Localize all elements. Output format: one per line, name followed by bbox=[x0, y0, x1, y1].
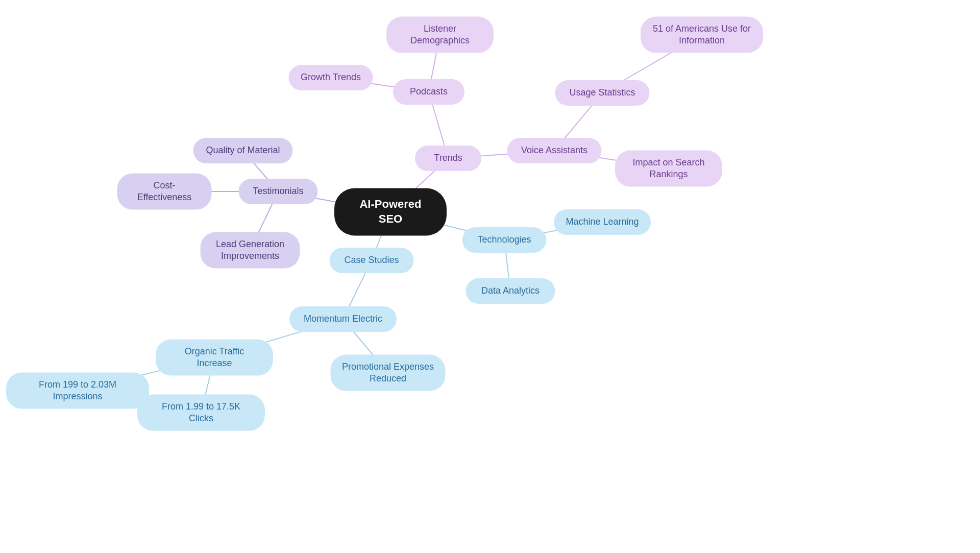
node-promotional_expenses[interactable]: Promotional Expenses Reduced bbox=[331, 355, 446, 391]
node-listener_demographics[interactable]: Listener Demographics bbox=[386, 17, 494, 53]
node-case_studies[interactable]: Case Studies bbox=[330, 248, 414, 273]
node-growth_trends[interactable]: Growth Trends bbox=[289, 65, 373, 90]
node-center[interactable]: AI-Powered SEO bbox=[334, 188, 447, 235]
node-technologies[interactable]: Technologies bbox=[462, 227, 547, 253]
node-organic_traffic[interactable]: Organic Traffic Increase bbox=[156, 340, 273, 376]
mind-map: AI-Powered SEOTrendsPodcastsListener Dem… bbox=[0, 0, 980, 553]
node-impact_search[interactable]: Impact on Search Rankings bbox=[615, 151, 722, 187]
node-voice_assistants[interactable]: Voice Assistants bbox=[507, 138, 602, 163]
node-lead_generation[interactable]: Lead Generation Improvements bbox=[201, 232, 300, 269]
node-quality_material[interactable]: Quality of Material bbox=[193, 138, 293, 163]
node-testimonials[interactable]: Testimonials bbox=[239, 179, 318, 204]
node-cost_effectiveness[interactable]: Cost-Effectiveness bbox=[117, 174, 212, 210]
node-from_199_impressions[interactable]: From 199 to 2.03M Impressions bbox=[6, 373, 149, 409]
node-momentum_electric[interactable]: Momentum Electric bbox=[289, 306, 397, 332]
node-machine_learning[interactable]: Machine Learning bbox=[554, 209, 651, 235]
node-trends[interactable]: Trends bbox=[415, 146, 481, 171]
node-from_199_clicks[interactable]: From 1.99 to 17.5K Clicks bbox=[137, 395, 265, 431]
node-data_analytics[interactable]: Data Analytics bbox=[466, 278, 555, 304]
node-usage_statistics[interactable]: Usage Statistics bbox=[555, 80, 650, 106]
node-51_americans[interactable]: 51 of Americans Use for Information bbox=[641, 17, 763, 53]
node-podcasts[interactable]: Podcasts bbox=[393, 79, 464, 105]
connections-svg bbox=[0, 0, 980, 553]
